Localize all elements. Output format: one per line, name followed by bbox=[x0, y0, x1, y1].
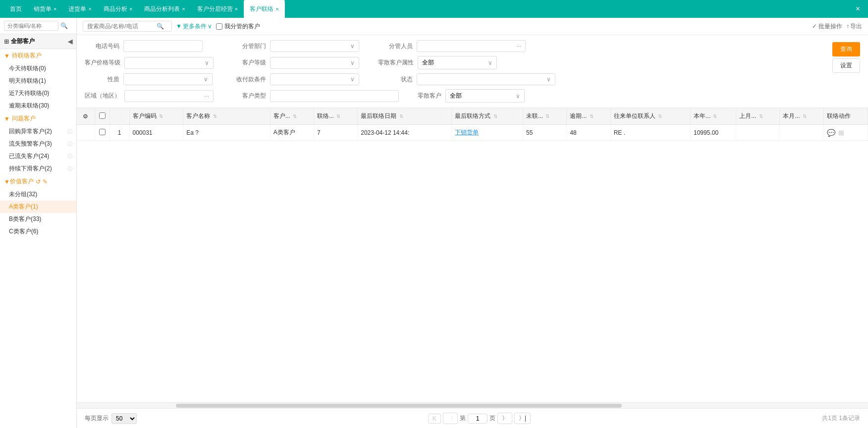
query-button[interactable]: 查询 bbox=[832, 42, 860, 56]
sidebar-item-7days-contact[interactable]: 近7天待联络(0) bbox=[0, 87, 76, 100]
filter-retail-customer-select[interactable]: 全部 ∨ bbox=[445, 89, 525, 103]
filter-search-icon[interactable]: 🔍 bbox=[157, 23, 164, 30]
nav-home[interactable]: 首页 bbox=[4, 0, 28, 18]
filter-nature-field: 性质 ∨ bbox=[85, 73, 223, 85]
close-product-analysis-list[interactable]: × bbox=[182, 0, 185, 18]
filter-dept-select[interactable]: ∨ bbox=[270, 40, 359, 52]
filter-region-select[interactable]: ··· bbox=[124, 90, 214, 102]
refresh-icon[interactable]: ↺ bbox=[36, 178, 41, 185]
last-page-button[interactable]: 〉| bbox=[514, 413, 531, 424]
export-button[interactable]: ↑ 导出 bbox=[846, 22, 862, 31]
nav-purchase-order[interactable]: 进货单 × bbox=[62, 0, 97, 18]
close-customer-contact[interactable]: × bbox=[275, 0, 278, 18]
scrollbar-thumb[interactable] bbox=[176, 404, 622, 408]
sidebar-item-lost-customer[interactable]: 已流失客户(24) ⓘ bbox=[0, 150, 76, 162]
sidebar-collapse-icon[interactable]: ◀ bbox=[68, 38, 72, 45]
nav-customer-contact[interactable]: 客户联络 × bbox=[244, 0, 284, 18]
sidebar-item-loss-warning[interactable]: 流失预警客户(3) ⓘ bbox=[0, 138, 76, 150]
filter-price-level-select[interactable]: ∨ bbox=[124, 57, 214, 69]
sidebar-all-customers-header[interactable]: ⊞ 全部客户 ◀ bbox=[0, 34, 76, 49]
page-number-input[interactable] bbox=[468, 414, 488, 424]
sidebar-item-repurchase-abnormal[interactable]: 回购异常客户(2) ⓘ bbox=[0, 125, 76, 138]
sidebar-item-b-class[interactable]: B类客户(33) bbox=[0, 213, 76, 225]
first-page-button[interactable]: K bbox=[428, 414, 441, 424]
my-customers-checkbox-label[interactable]: 我分管的客户 bbox=[216, 22, 260, 31]
col-this-month-header[interactable]: 本月... ⇅ bbox=[780, 108, 823, 125]
col-no-contact-header[interactable]: 未联... ⇅ bbox=[523, 108, 567, 125]
last-method-link[interactable]: 下销货单 bbox=[455, 129, 479, 136]
my-customers-checkbox[interactable] bbox=[216, 23, 222, 30]
edit-icon[interactable]: ✎ bbox=[43, 178, 48, 185]
filter-phone-input[interactable] bbox=[123, 40, 203, 52]
col-type-header[interactable]: 客户... ⇅ bbox=[270, 108, 314, 125]
pending-contact-group[interactable]: ▼ 待联络客户 bbox=[0, 49, 76, 62]
col-code-header[interactable]: 客户编码 ⇅ bbox=[129, 108, 183, 125]
filter-phone-label: 电话号码 bbox=[85, 42, 119, 51]
value-customer-group[interactable]: ▼ 价值客户 ↺ ✎ bbox=[0, 175, 76, 188]
col-contact-header[interactable]: 联络... ⇅ bbox=[314, 108, 357, 125]
col-overdue-header[interactable]: 逾期... ⇅ bbox=[567, 108, 610, 125]
sort-type-icon: ⇅ bbox=[293, 113, 297, 119]
nav-product-analysis-list[interactable]: 商品分析列表 × bbox=[138, 0, 191, 18]
qr-action-icon[interactable]: ⊞ bbox=[838, 129, 844, 137]
close-product-analysis[interactable]: × bbox=[129, 0, 132, 18]
sort-overdue-icon: ⇅ bbox=[590, 113, 594, 119]
bottom-bar: 每页显示 10 20 50 100 K 〈 第 页 〉 〉| 共1页 1条记录 bbox=[77, 408, 868, 428]
page-size-select[interactable]: 10 20 50 100 bbox=[111, 413, 137, 424]
close-sales-order[interactable]: × bbox=[54, 0, 56, 18]
filter-nature-select[interactable]: ∨ bbox=[123, 73, 213, 85]
sidebar-item-c-class[interactable]: C类客户(6) bbox=[0, 225, 76, 238]
filter-ctype-input[interactable] bbox=[270, 90, 399, 102]
col-check-header[interactable] bbox=[95, 108, 109, 125]
page-size-selector: 每页显示 10 20 50 100 bbox=[85, 413, 137, 424]
row-checkbox[interactable] bbox=[99, 129, 106, 135]
nav-product-analysis[interactable]: 商品分析 × bbox=[98, 0, 138, 18]
prev-page-button[interactable]: 〈 bbox=[443, 413, 458, 424]
sidebar-item-overdue-contact[interactable]: 逾期未联络(30) bbox=[0, 100, 76, 112]
sidebar-item-ungrouped[interactable]: 未分组(32) bbox=[0, 188, 76, 201]
table-row: 1 000031 Ea ? A类客户 7 2023-04-12 14:44: 下… bbox=[77, 125, 868, 141]
filter-retail-attr-select[interactable]: 全部 ∨ bbox=[418, 56, 497, 69]
sidebar-item-tomorrow-contact[interactable]: 明天待联络(1) bbox=[0, 75, 76, 87]
close-customer-segmentation[interactable]: × bbox=[235, 0, 238, 18]
row-name[interactable]: Ea ? bbox=[183, 125, 270, 141]
message-action-icon[interactable]: 💬 bbox=[827, 129, 835, 137]
close-all-button[interactable]: × bbox=[852, 4, 864, 13]
filter-status-select[interactable]: ∨ bbox=[417, 73, 555, 85]
col-unit-contact-header[interactable]: 往来单位联系人 ⇅ bbox=[610, 108, 690, 125]
more-conditions-button[interactable]: ▼ 更多条件 ∨ bbox=[176, 22, 212, 31]
region-dots-icon[interactable]: ··· bbox=[204, 93, 209, 100]
col-this-year-header[interactable]: 本年... ⇅ bbox=[691, 108, 736, 125]
person-dots-icon[interactable]: ··· bbox=[516, 43, 521, 50]
select-all-checkbox[interactable] bbox=[99, 112, 106, 119]
sidebar-item-a-class[interactable]: A类客户(1) bbox=[0, 201, 76, 213]
col-last-date-header[interactable]: 最后联络日期 ⇅ bbox=[358, 108, 452, 125]
problem-customer-group[interactable]: ▼ 问题客户 bbox=[0, 112, 76, 125]
sidebar-item-declining-customer[interactable]: 持续下滑客户(2) ⓘ bbox=[0, 162, 76, 175]
sort-contact-icon: ⇅ bbox=[336, 113, 340, 119]
row-last-date: 2023-04-12 14:44: bbox=[358, 125, 452, 141]
filter-customer-level-select[interactable]: ∨ bbox=[270, 57, 359, 69]
batch-op-button[interactable]: ✓ 批量操作 bbox=[812, 22, 842, 31]
filter-search-input[interactable] bbox=[87, 23, 157, 30]
row-last-method[interactable]: 下销货单 bbox=[452, 125, 523, 141]
col-name-header[interactable]: 客户名称 ⇅ bbox=[183, 108, 270, 125]
horizontal-scrollbar[interactable] bbox=[77, 402, 868, 408]
nav-sales-order[interactable]: 销货单 × bbox=[28, 0, 62, 18]
row-code[interactable]: 000031 bbox=[129, 125, 183, 141]
sort-unit-icon: ⇅ bbox=[658, 113, 662, 119]
col-last-month-header[interactable]: 上月... ⇅ bbox=[736, 108, 780, 125]
close-purchase-order[interactable]: × bbox=[88, 0, 91, 18]
sidebar-item-today-contact[interactable]: 今天待联络(0) bbox=[0, 62, 76, 75]
row-check[interactable] bbox=[95, 125, 109, 141]
nav-customer-segmentation[interactable]: 客户分层经营 × bbox=[191, 0, 244, 18]
filter-person-select[interactable]: ··· bbox=[417, 40, 526, 52]
sidebar-search-input[interactable] bbox=[4, 21, 58, 31]
next-page-button[interactable]: 〉 bbox=[497, 413, 512, 424]
sidebar-search-icon[interactable]: 🔍 bbox=[60, 22, 68, 29]
col-last-method-header[interactable]: 最后联络方式 ⇅ bbox=[452, 108, 523, 125]
col-setting-header[interactable]: ⚙ bbox=[77, 108, 95, 125]
table-body: 1 000031 Ea ? A类客户 7 2023-04-12 14:44: 下… bbox=[77, 125, 868, 141]
setting-button[interactable]: 设置 bbox=[832, 58, 860, 73]
filter-payment-select[interactable]: ∨ bbox=[270, 73, 359, 85]
